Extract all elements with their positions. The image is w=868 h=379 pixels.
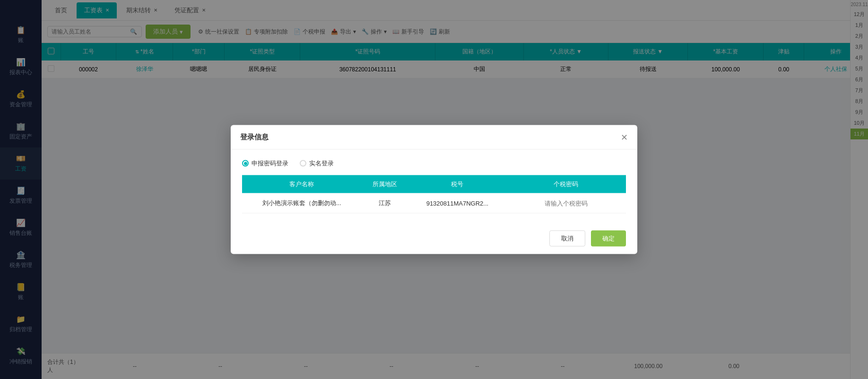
col-client-name: 客户名称 (242, 175, 361, 193)
tax-password-input[interactable] (512, 199, 620, 207)
radio-realname-login[interactable]: 实名登录 (300, 159, 334, 168)
login-type-radio-group: 申报密码登录 实名登录 (242, 159, 626, 168)
col-region: 所属地区 (361, 175, 408, 193)
dialog-close-button[interactable]: ✕ (621, 133, 628, 141)
radio-password-circle (242, 160, 249, 167)
col-tax-id: 税号 (409, 175, 506, 193)
region-cell: 江苏 (361, 193, 408, 214)
dialog-header: 登录信息 ✕ (231, 125, 637, 150)
confirm-button[interactable]: 确定 (591, 231, 626, 247)
login-dialog: 登录信息 ✕ 申报密码登录 实名登录 客户名称 所属地区 税号 个税密码 (231, 125, 637, 254)
tax-id-cell: 91320811MA7NGR2... (409, 193, 506, 214)
client-name-cell: 刘小艳演示账套（勿删勿动... (242, 193, 361, 214)
cancel-button[interactable]: 取消 (549, 231, 585, 247)
col-tax-password: 个税密码 (506, 175, 626, 193)
radio-realname-circle (300, 160, 306, 167)
tax-password-cell[interactable] (506, 193, 626, 214)
radio-password-login[interactable]: 申报密码登录 (242, 159, 288, 168)
dialog-body: 申报密码登录 实名登录 客户名称 所属地区 税号 个税密码 刘小艳演示账套（勿删… (231, 150, 637, 223)
client-table: 客户名称 所属地区 税号 个税密码 刘小艳演示账套（勿删勿动... 江苏 913… (242, 175, 626, 214)
dialog-title: 登录信息 (240, 133, 269, 142)
client-table-row: 刘小艳演示账套（勿删勿动... 江苏 91320811MA7NGR2... (242, 193, 626, 214)
dialog-footer: 取消 确定 (231, 223, 637, 254)
